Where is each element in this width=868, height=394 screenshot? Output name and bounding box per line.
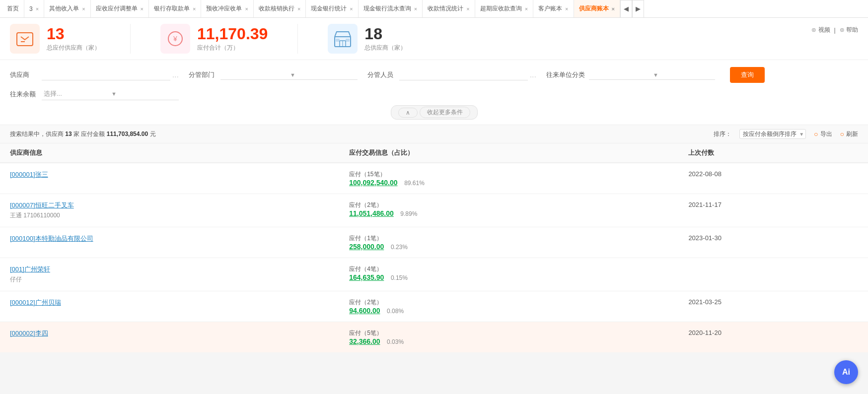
lastpay-cell-1: 2021-11-17 <box>688 201 858 208</box>
video-link[interactable]: ⊙ 视频 <box>811 26 830 34</box>
filter-supplier: 供应商 ... <box>10 69 179 80</box>
tx-amount-1[interactable]: 11,051,486.00 <box>349 209 394 217</box>
nav-tab-adjust[interactable]: 应收应付调整单 × <box>91 0 149 18</box>
stat-divider-1 <box>130 24 131 54</box>
stats-bar: 13 总应付供应商（家） ¥ 11,170.39 应付合计（万） <box>0 18 868 60</box>
supplier-label: 供应商 <box>10 70 38 79</box>
supplier-count: 13 <box>65 131 72 137</box>
top-navigation: 首页 3 × 其他收入单 × 应收应付调整单 × 银行存取款单 × 预收冲应收单… <box>0 0 868 18</box>
supplier-link-1[interactable]: [000007]恒旺二手叉车 <box>10 201 74 209</box>
tx-amount-3[interactable]: 164,635.90 <box>349 273 384 281</box>
tx-pct-1: 9.89% <box>400 210 417 217</box>
close-tab-cash-stats[interactable]: × <box>350 6 353 12</box>
table-row: [000012]广州贝瑞 应付（2笔） 94,600.00 0.08% 2021… <box>0 291 868 322</box>
tx-amount-5[interactable]: 32,366.00 <box>349 337 380 345</box>
balance-label: 往来余额 <box>10 90 38 99</box>
svg-rect-8 <box>346 39 350 42</box>
category-label: 往来单位分类 <box>546 70 585 79</box>
close-tab-3[interactable]: × <box>36 6 39 12</box>
close-tab-bank-deposit[interactable]: × <box>193 6 196 12</box>
close-tab-adjust[interactable]: × <box>141 6 144 12</box>
tx-cell-2: 应付（1笔） 258,000.00 0.23% <box>349 234 688 251</box>
tx-amount-4[interactable]: 94,600.00 <box>349 307 380 315</box>
nav-prev-arrow[interactable]: ◀ <box>620 0 632 18</box>
supplier-cell-4: [000012]广州贝瑞 <box>10 298 349 307</box>
help-link[interactable]: ⊙ 帮助 <box>840 26 858 34</box>
supplier-dots-icon[interactable]: ... <box>172 70 179 79</box>
result-bar: 搜索结果中，供应商 13 家 应付金额 111,703,854.00 元 排序：… <box>0 125 868 143</box>
stat-all-suppliers: 18 总供应商（家） <box>328 24 406 54</box>
nav-next-arrow[interactable]: ▶ <box>632 0 644 18</box>
nav-tab-customer-account[interactable]: 客户账本 × <box>533 0 574 18</box>
supplier-cell-2: [000100]本特勤油品有限公司 <box>10 234 349 243</box>
stat-total-info: 11,170.39 应付合计（万） <box>197 25 268 52</box>
person-dots-icon[interactable]: ... <box>530 70 536 79</box>
stat-total-payable: ¥ 11,170.39 应付合计（万） <box>160 24 268 54</box>
person-input[interactable] <box>399 69 528 80</box>
tx-label-2: 应付（1笔） <box>349 234 688 243</box>
close-tab-collection-stats[interactable]: × <box>466 6 469 12</box>
close-tab-other-income[interactable]: × <box>82 6 85 12</box>
table-row: [000001]张三 应付（15笔） 100,092,540.00 89.61%… <box>0 163 868 194</box>
close-tab-prepay[interactable]: × <box>245 6 248 12</box>
stat-payable-suppliers: 13 总应付供应商（家） <box>10 24 100 54</box>
supplier-link-2[interactable]: [000100]本特勤油品有限公司 <box>10 235 93 242</box>
collapse-button[interactable]: ∧ 收起更多条件 <box>391 105 478 120</box>
refresh-button[interactable]: ○ 刷新 <box>840 130 858 138</box>
nav-tab-cash-stats[interactable]: 现金银行统计 × <box>306 0 358 18</box>
stat-all-info: 18 总供应商（家） <box>364 25 406 52</box>
table-header: 供应商信息 应付交易信息（占比） 上次付数 <box>0 143 868 163</box>
filter-category: 往来单位分类 ▼ <box>546 70 715 80</box>
filter-dept: 分管部门 ▼ <box>189 70 358 80</box>
dept-label: 分管部门 <box>189 70 217 79</box>
table-row: [001]广州荣轩 仔仔 应付（4笔） 164,635.90 0.15% <box>0 258 868 291</box>
nav-tab-collection-stats[interactable]: 收款情况统计 × <box>423 0 475 18</box>
close-tab-cash-flow[interactable]: × <box>414 6 417 12</box>
nav-tab-collection[interactable]: 收款核销执行 × <box>254 0 306 18</box>
svg-rect-7 <box>336 39 340 42</box>
tx-label-1: 应付（2笔） <box>349 201 688 209</box>
tx-label-3: 应付（4笔） <box>349 265 688 273</box>
supplier-link-3[interactable]: [001]广州荣轩 <box>10 265 50 273</box>
tx-pct-4: 0.08% <box>387 308 404 315</box>
close-tab-collection[interactable]: × <box>297 6 300 12</box>
supplier-sub-1: 王通 17106110000 <box>10 211 349 220</box>
supplier-link-4[interactable]: [000012]广州贝瑞 <box>10 299 61 306</box>
tx-pct-0: 89.61% <box>404 180 425 187</box>
close-tab-overdue[interactable]: × <box>525 6 528 12</box>
nav-tab-supplier-account[interactable]: 供应商账本 × <box>574 0 620 18</box>
query-button[interactable]: 查询 <box>730 67 765 83</box>
sort-select[interactable]: 按应付余额倒序排序 <box>739 129 806 139</box>
supplier-link-5[interactable]: [000002]李四 <box>10 329 48 337</box>
category-select[interactable]: ▼ <box>589 70 715 80</box>
supplier-input[interactable] <box>42 69 170 80</box>
help-icon: ⊙ <box>840 26 845 33</box>
close-tab-supplier-account[interactable]: × <box>612 6 615 12</box>
tx-cell-3: 应付（4笔） 164,635.90 0.15% <box>349 265 688 281</box>
lastpay-cell-0: 2022-08-08 <box>688 170 858 178</box>
tx-cell-5: 应付（5笔） 32,366.00 0.03% <box>349 329 688 345</box>
balance-value: 选择... <box>44 89 109 98</box>
result-info: 搜索结果中，供应商 13 家 应付金额 111,703,854.00 元 <box>10 130 156 138</box>
balance-select[interactable]: 选择... ▼ <box>42 88 179 100</box>
tx-amount-0[interactable]: 100,092,540.00 <box>349 179 397 187</box>
nav-tab-cash-flow[interactable]: 现金银行流水查询 × <box>359 0 423 18</box>
export-button[interactable]: ○ 导出 <box>814 130 832 138</box>
stat-payable-label: 总应付供应商（家） <box>47 44 100 52</box>
nav-tab-overdue[interactable]: 超期应收款查询 × <box>475 0 533 18</box>
tx-cell-1: 应付（2笔） 11,051,486.00 9.89% <box>349 201 688 217</box>
close-tab-customer-account[interactable]: × <box>565 6 568 12</box>
nav-tab-bank-deposit[interactable]: 银行存取款单 × <box>149 0 201 18</box>
dept-select[interactable]: ▼ <box>220 70 358 80</box>
nav-tab-prepay[interactable]: 预收冲应收单 × <box>201 0 253 18</box>
filter-person: 分管人员 ... <box>367 69 536 80</box>
supplier-cell-0: [000001]张三 <box>10 170 349 179</box>
balance-chevron-icon: ▼ <box>111 91 177 97</box>
nav-tab-other-income[interactable]: 其他收入单 × <box>44 0 90 18</box>
supplier-cell-1: [000007]恒旺二手叉车 王通 17106110000 <box>10 201 349 220</box>
nav-tab-3[interactable]: 3 × <box>24 0 44 18</box>
tx-amount-2[interactable]: 258,000.00 <box>349 243 384 251</box>
nav-tab-home[interactable]: 首页 <box>2 0 24 18</box>
col-header-tx: 应付交易信息（占比） <box>349 148 688 157</box>
supplier-link-0[interactable]: [000001]张三 <box>10 171 48 178</box>
